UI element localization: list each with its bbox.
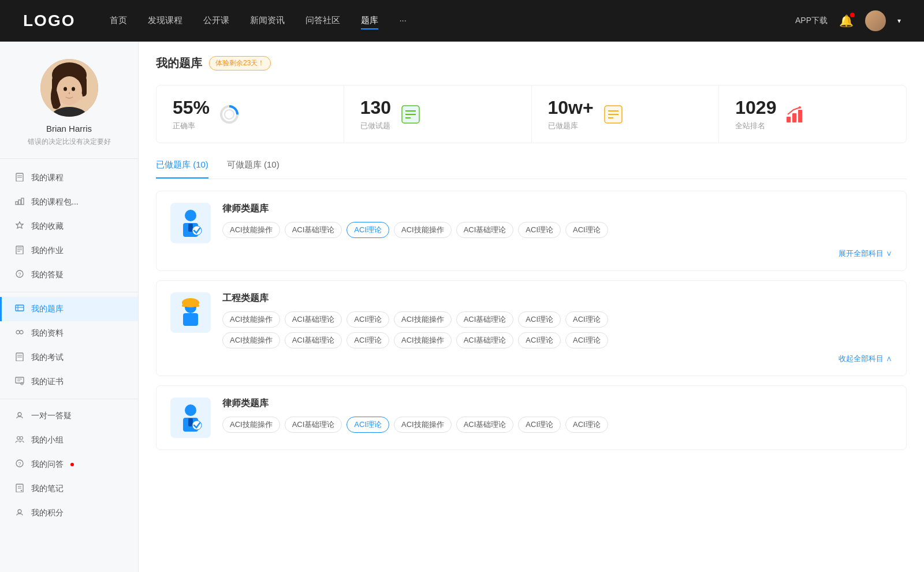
tab-available[interactable]: 可做题库 (10): [227, 159, 280, 179]
sidebar-label: 我的课程: [31, 173, 64, 183]
tag-3[interactable]: ACI技能操作: [394, 222, 452, 238]
tag-l2-3[interactable]: ACI技能操作: [394, 417, 452, 433]
main-nav: 首页 发现课程 公开课 新闻资讯 问答社区 题库 ···: [110, 13, 795, 29]
tag-e-0[interactable]: ACI技能操作: [222, 311, 280, 328]
bank-footer: 展开全部科目 ∨: [170, 248, 892, 259]
nav-discover[interactable]: 发现课程: [148, 13, 182, 29]
tag-e2-5[interactable]: ACI理论: [518, 332, 561, 348]
tag-l2-5[interactable]: ACI理论: [518, 417, 561, 433]
nav-open-course[interactable]: 公开课: [203, 13, 229, 29]
sidebar-label: 我的问答: [31, 459, 64, 470]
notes-icon: [14, 483, 25, 495]
question-bank-icon: [14, 303, 25, 315]
tag-5[interactable]: ACI理论: [518, 222, 561, 238]
sidebar-item-my-course[interactable]: 我的课程: [0, 166, 138, 190]
bank-section-lawyer-1: 律师类题库 ACI技能操作 ACI基础理论 ACI理论 ACI技能操作 ACI基…: [156, 191, 907, 271]
sidebar-item-favorites[interactable]: 我的收藏: [0, 214, 138, 239]
stat-text: 1029 全站排名: [735, 97, 776, 131]
nav-question-bank[interactable]: 题库: [361, 13, 378, 29]
nav-more[interactable]: ···: [399, 13, 407, 29]
group-icon: [14, 434, 25, 446]
lawyer-icon: [176, 207, 205, 239]
header-right: APP下载 🔔 ▾: [795, 10, 901, 31]
stat-value-done-q: 130: [360, 97, 391, 118]
done-banks-icon: [603, 104, 624, 125]
svg-rect-55: [792, 113, 796, 122]
sidebar-label: 我的作业: [31, 246, 64, 256]
sidebar-item-points[interactable]: 我的积分: [0, 501, 138, 525]
tag-l2-2[interactable]: ACI理论: [346, 417, 389, 433]
tags-row: ACI技能操作 ACI基础理论 ACI理论 ACI技能操作 ACI基础理论 AC…: [222, 222, 892, 238]
tag-l2-1[interactable]: ACI基础理论: [285, 417, 342, 433]
nav-home[interactable]: 首页: [110, 13, 127, 29]
tag-0[interactable]: ACI技能操作: [222, 222, 280, 238]
bank-header: 律师类题库 ACI技能操作 ACI基础理论 ACI理论 ACI技能操作 ACI基…: [170, 203, 892, 243]
notification-bell[interactable]: 🔔: [839, 14, 854, 28]
tag-e-6[interactable]: ACI理论: [565, 311, 608, 328]
tag-e-4[interactable]: ACI基础理论: [456, 311, 514, 328]
svg-point-35: [20, 437, 23, 440]
sidebar-item-one-to-one[interactable]: 一对一答疑: [0, 404, 138, 428]
bank-content-engineer: 工程类题库 ACI技能操作 ACI基础理论 ACI理论 ACI技能操作 ACI基…: [222, 292, 892, 348]
svg-point-32: [21, 382, 23, 385]
sidebar-item-exam[interactable]: 我的考试: [0, 346, 138, 370]
profile-section: Brian Harris 错误的决定比没有决定要好: [0, 59, 138, 159]
tag-e2-1[interactable]: ACI基础理论: [285, 332, 342, 348]
collapse-link[interactable]: 收起全部科目 ∧: [839, 354, 892, 363]
tag-e2-3[interactable]: ACI技能操作: [394, 332, 452, 348]
app-download-button[interactable]: APP下载: [795, 16, 828, 26]
sidebar-item-homework[interactable]: 我的作业: [0, 239, 138, 263]
tag-e-1[interactable]: ACI基础理论: [285, 311, 342, 328]
sidebar-item-question-bank[interactable]: 我的题库: [0, 297, 138, 321]
stat-value-accuracy: 55%: [173, 97, 210, 118]
done-questions-icon: [400, 104, 421, 125]
tag-e-2[interactable]: ACI理论: [346, 311, 389, 328]
course-package-icon: [14, 196, 25, 208]
tag-2[interactable]: ACI理论: [346, 222, 389, 238]
tag-6[interactable]: ACI理论: [565, 222, 608, 238]
favorites-icon: [14, 221, 25, 232]
sidebar-item-questions[interactable]: ? 我的答疑: [0, 263, 138, 287]
svg-point-25: [20, 330, 23, 334]
tag-e2-2[interactable]: ACI理论: [346, 332, 389, 348]
sidebar-label: 我的证书: [31, 377, 64, 387]
nav-news[interactable]: 新闻资讯: [250, 13, 285, 29]
tag-l2-6[interactable]: ACI理论: [565, 417, 608, 433]
tab-done[interactable]: 已做题库 (10): [156, 159, 208, 179]
user-menu-chevron[interactable]: ▾: [897, 17, 901, 25]
svg-text:?: ?: [18, 272, 21, 277]
tag-1[interactable]: ACI基础理论: [285, 222, 342, 238]
user-avatar[interactable]: [865, 10, 886, 31]
tag-l2-4[interactable]: ACI基础理论: [456, 417, 514, 433]
sidebar-item-course-package[interactable]: 我的课程包...: [0, 190, 138, 214]
bank-content-lawyer-2: 律师类题库 ACI技能操作 ACI基础理论 ACI理论 ACI技能操作 ACI基…: [222, 398, 892, 433]
bank-title-engineer: 工程类题库: [222, 292, 892, 304]
sidebar-item-notes[interactable]: 我的笔记: [0, 477, 138, 501]
tag-e2-4[interactable]: ACI基础理论: [456, 332, 514, 348]
sidebar-label: 一对一答疑: [31, 411, 72, 421]
sidebar-item-materials[interactable]: 我的资料: [0, 321, 138, 346]
sidebar-label: 我的资料: [31, 328, 64, 339]
svg-marker-14: [16, 222, 23, 228]
sidebar-item-my-qa[interactable]: ? 我的问答: [0, 452, 138, 477]
tag-e2-6[interactable]: ACI理论: [565, 332, 608, 348]
sidebar-item-group[interactable]: 我的小组: [0, 428, 138, 452]
notification-dot: [850, 13, 855, 17]
stat-value-done-banks: 10w+: [548, 97, 594, 118]
tag-e-5[interactable]: ACI理论: [518, 311, 561, 328]
sidebar-label: 我的课程包...: [31, 197, 79, 207]
sidebar-item-certificate[interactable]: 我的证书: [0, 370, 138, 394]
tag-e-3[interactable]: ACI技能操作: [394, 311, 452, 328]
svg-rect-66: [183, 313, 198, 326]
sidebar-divider-2: [0, 399, 138, 399]
sidebar-label: 我的积分: [31, 508, 64, 518]
stat-label-accuracy: 正确率: [173, 121, 210, 131]
nav-qa[interactable]: 问答社区: [305, 13, 340, 29]
tag-4[interactable]: ACI基础理论: [456, 222, 514, 238]
logo: LOGO: [23, 12, 75, 30]
expand-link[interactable]: 展开全部科目 ∨: [839, 249, 892, 258]
svg-rect-29: [16, 377, 24, 383]
tag-e2-0[interactable]: ACI技能操作: [222, 332, 280, 348]
tag-l2-0[interactable]: ACI技能操作: [222, 417, 280, 433]
bank-title: 律师类题库: [222, 203, 892, 215]
